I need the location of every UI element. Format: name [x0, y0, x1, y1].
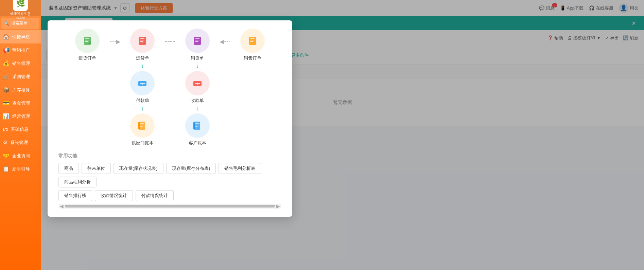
arrow-down-sales: ↓	[196, 62, 199, 70]
sidebar-item-label: 快捷导航	[12, 34, 30, 40]
func-stock-dist[interactable]: 现存量(库存分布表)	[166, 163, 216, 174]
sidebar-item-quick-nav[interactable]: 🏠 快捷导航	[0, 30, 41, 43]
marketing-icon: 📢	[3, 47, 10, 53]
node-customer-book-label: 客户账本	[189, 140, 206, 146]
svg-rect-31	[138, 122, 140, 129]
node-sales[interactable]: 销货单	[175, 29, 220, 61]
node-receipt-col: ↓ ¥ 收款单	[175, 61, 220, 104]
sidebar-item-label: 资金管理	[12, 100, 30, 106]
func-sales-ranking[interactable]: 销售排行榜	[58, 190, 92, 201]
svg-text:✓: ✓	[141, 41, 144, 44]
func-stock-status[interactable]: 现存量(库存状况表)	[114, 163, 163, 174]
sidebar-item-label: 新手引导	[12, 166, 30, 172]
sidebar-item-label: 基础信息	[11, 126, 29, 132]
sidebar-item-label: 销售管理	[12, 60, 30, 67]
node-sales-label: 销货单	[191, 55, 204, 61]
func-product-profit[interactable]: 商品毛利分析	[58, 177, 97, 187]
svg-rect-36	[194, 122, 200, 130]
svg-rect-37	[193, 122, 195, 129]
sidebar-item-system[interactable]: ⚙ 系统管理	[0, 136, 41, 149]
flow-modal: 进货订单 ▶	[48, 20, 292, 217]
sidebar-item-operations[interactable]: 📊 经营管理	[0, 110, 41, 123]
sidebar-item-sales[interactable]: 💰 销售管理	[0, 57, 41, 70]
sidebar: 🌿 畅康通好生意 标准版 🔍 搜索菜单 🏠 快捷导航 📢 营销推广 💰 销售管理…	[0, 0, 41, 270]
sidebar-item-label: 系统管理	[10, 140, 28, 146]
func-buttons-row2: 销售排行榜 收款情况统计 付款情况统计	[58, 190, 281, 201]
logo-text: 畅康通好生意	[10, 12, 31, 16]
operations-icon: 📊	[3, 113, 10, 120]
svg-rect-17	[249, 37, 256, 45]
common-functions: 常用功能 商品 往来单位 现存量(库存状况表) 现存量(库存分布表) 销售毛利分…	[58, 153, 281, 201]
modal-body: 进货订单 ▶	[48, 20, 292, 217]
main-content: 装备及固定资产辅助管理系统 ▼ ⚙ 体验行业方案 💬 消息 5 📱 App下载 …	[41, 0, 644, 270]
logo-subtext: 标准版	[16, 16, 25, 20]
sidebar-item-marketing[interactable]: 📢 营销推广	[0, 43, 41, 57]
newbie-icon: 📋	[3, 166, 10, 172]
node-purchase-order[interactable]: 进货订单	[65, 29, 110, 61]
sales-icon: 💰	[3, 60, 10, 67]
func-product[interactable]: 商品	[58, 163, 79, 174]
node-purchase-order-label: 进货订单	[79, 55, 96, 61]
flow-diagram: 进货订单 ▶	[58, 29, 281, 146]
sidebar-item-label: 经营管理	[12, 113, 30, 120]
system-icon: ⚙	[3, 139, 7, 146]
modal-overlay[interactable]: 进货订单 ▶	[41, 0, 644, 270]
finance-icon: 💳	[3, 100, 10, 106]
sidebar-item-label: 采购管理	[12, 74, 30, 80]
node-supplier-book[interactable]	[130, 113, 155, 138]
svg-rect-12	[194, 37, 201, 45]
search-icon: 🔍	[4, 21, 9, 26]
sidebar-item-finance[interactable]: 💳 资金管理	[0, 96, 41, 110]
arrow-sales-order-to-sales: ◀	[220, 38, 230, 45]
inventory-icon: 📦	[3, 87, 10, 93]
search-menu-label: 搜索菜单	[11, 20, 28, 26]
sidebar-item-label: 库存核算	[12, 87, 30, 93]
common-funcs-title: 常用功能	[58, 153, 281, 159]
sidebar-item-inventory[interactable]: 📦 库存核算	[0, 83, 41, 96]
sidebar-item-enterprise[interactable]: 🤝 企业协同	[0, 149, 41, 162]
node-customer-book[interactable]	[185, 113, 210, 138]
func-payment-stats[interactable]: 付款情况统计	[136, 190, 174, 201]
node-supplier-book-label: 供应商账本	[132, 140, 154, 146]
node-purchase[interactable]: ✓ 进货单	[120, 29, 165, 61]
node-payment-label: 付款单	[136, 97, 149, 104]
node-payment[interactable]: ¥	[130, 71, 155, 95]
scrollbar-thumb[interactable]	[65, 205, 275, 208]
sidebar-logo: 🌿 畅康通好生意 标准版	[0, 0, 41, 16]
node-payment-col: ↓ ¥ 付款单	[120, 61, 165, 104]
svg-text:¥: ¥	[142, 83, 143, 85]
sidebar-item-purchase[interactable]: 🛒 采购管理	[0, 70, 41, 83]
sidebar-item-basic-info[interactable]: 🗂 基础信息	[0, 123, 41, 136]
node-customer-book-col: ↓	[175, 104, 220, 146]
enterprise-icon: 🤝	[3, 152, 10, 159]
sidebar-item-newbie[interactable]: 📋 新手引导	[0, 162, 41, 176]
home-icon: 🏠	[3, 34, 10, 40]
sidebar-item-label: 企业协同	[12, 153, 30, 159]
node-sales-order[interactable]: 销售订单	[230, 29, 275, 61]
sidebar-item-label: 营销推广	[12, 47, 30, 53]
svg-text:¥: ¥	[197, 83, 198, 85]
arrow-down-purchase: ↓	[141, 62, 144, 70]
modal-scrollbar[interactable]: ◀ ▶	[58, 204, 281, 209]
func-buttons-row1: 商品 往来单位 现存量(库存状况表) 现存量(库存分布表) 销售毛利分析表 商品…	[58, 163, 281, 187]
flow-row2: ↓ ¥ 付款单	[58, 61, 281, 104]
scroll-right-icon[interactable]: ▶	[276, 203, 280, 209]
node-receipt-label: 收款单	[191, 97, 204, 104]
spacer-middle	[165, 41, 175, 42]
node-receipt[interactable]: ¥	[185, 71, 210, 95]
node-supplier-book-col: ↓	[120, 104, 165, 146]
func-partner[interactable]: 往来单位	[82, 163, 111, 174]
arrow-down-receipt: ↓	[196, 105, 199, 112]
basic-info-icon: 🗂	[3, 126, 8, 132]
func-profit-analysis[interactable]: 销售毛利分析表	[219, 163, 261, 174]
node-sales-order-label: 销售订单	[244, 55, 261, 61]
arrow-purchase-order-to-purchase: ▶	[110, 38, 120, 45]
flow-row3: ↓	[58, 104, 281, 146]
node-purchase-label: 进货单	[136, 55, 149, 61]
func-receipt-stats[interactable]: 收款情况统计	[95, 190, 133, 201]
arrow-down-payment: ↓	[141, 105, 144, 112]
svg-rect-30	[139, 122, 145, 130]
scroll-left-icon[interactable]: ◀	[60, 203, 64, 209]
purchase-icon: 🛒	[3, 73, 10, 80]
